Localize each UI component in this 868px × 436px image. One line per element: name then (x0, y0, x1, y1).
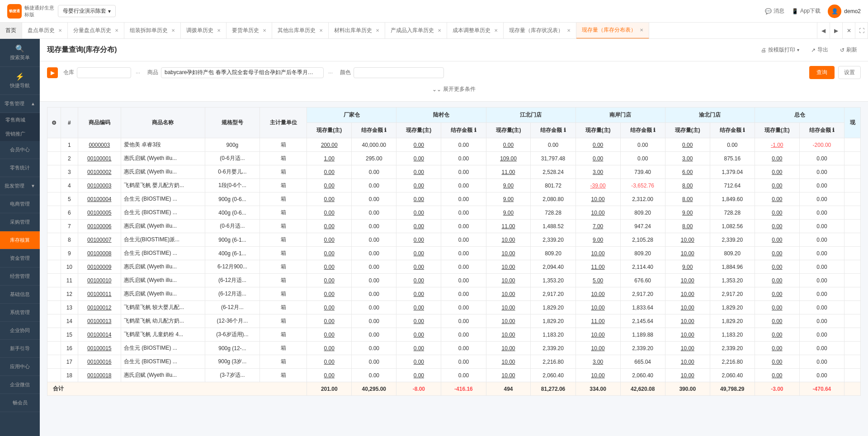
row-yubei-qty[interactable]: 10.00 (665, 233, 710, 247)
row-yubei-qty[interactable]: 9.00 (665, 206, 710, 220)
close-icon[interactable]: ✕ (58, 28, 62, 33)
message-action[interactable]: 💬 消息 (765, 7, 784, 15)
row-lucunco-qty[interactable]: 0.00 (396, 192, 441, 206)
refresh-btn[interactable]: ↺ 刷新 (836, 44, 861, 56)
row-changjiacao-qty[interactable]: 0.00 (307, 287, 352, 301)
row-zongcang-qty[interactable]: 0.00 (755, 206, 799, 220)
product-ellipsis-btn[interactable]: ··· (326, 68, 335, 78)
row-zongcang-qty[interactable]: 0.00 (755, 369, 799, 382)
tab-liaochuku[interactable]: 材料出库单历史 ✕ (329, 23, 385, 39)
tab-zuzhang[interactable]: 组装拆卸单历史 ✕ (124, 23, 181, 39)
tab-chuku[interactable]: 其他出库单历史 ✕ (272, 23, 329, 39)
sidebar-item-guide[interactable]: 新手引导 (0, 340, 40, 358)
row-changjiacao-qty[interactable]: 0.00 (307, 233, 352, 247)
row-code[interactable]: 00100002 (78, 165, 121, 179)
row-yubei-qty[interactable]: 10.00 (665, 274, 710, 287)
tab-yaohuo[interactable]: 要货单历史 ✕ (226, 23, 272, 39)
row-changjiacao-qty[interactable]: 200.00 (307, 138, 352, 152)
close-icon[interactable]: ✕ (376, 28, 379, 33)
row-nanan-qty[interactable]: 10.00 (576, 369, 620, 382)
row-code[interactable]: 00100006 (78, 220, 121, 233)
sidebar-item-basic-info[interactable]: 基础信息 (0, 286, 40, 304)
row-yubei-qty[interactable]: 10.00 (665, 355, 710, 369)
row-code[interactable]: 00100018 (78, 369, 121, 382)
row-zongcang-qty[interactable]: 0.00 (755, 247, 799, 260)
row-lucunco-qty[interactable]: 0.00 (396, 274, 441, 287)
tab-kucun-status[interactable]: 现存量（库存状况表） ✕ (504, 23, 576, 39)
row-code[interactable]: 00100010 (78, 274, 121, 287)
row-changjiacao-qty[interactable]: 0.00 (307, 179, 352, 192)
row-nanan-qty[interactable]: 9.00 (576, 233, 620, 247)
row-zongcang-qty[interactable]: 0.00 (755, 274, 799, 287)
row-jiangbei-qty[interactable]: 9.00 (486, 179, 531, 192)
row-lucunco-qty[interactable]: 0.00 (396, 355, 441, 369)
row-changjiacao-qty[interactable]: 0.00 (307, 247, 352, 260)
row-zongcang-qty[interactable]: 0.00 (755, 260, 799, 274)
row-jiangbei-qty[interactable]: 11.00 (486, 220, 531, 233)
sidebar-item-wechat[interactable]: 企业微信 (0, 376, 40, 394)
row-jiangbei-qty[interactable]: 10.00 (486, 355, 531, 369)
row-nanan-qty[interactable]: 3.00 (576, 355, 620, 369)
close-icon[interactable]: ✕ (319, 28, 323, 33)
row-code[interactable]: 00100015 (78, 342, 121, 355)
close-icon[interactable]: ✕ (263, 28, 266, 33)
row-zongcang-qty[interactable]: 0.00 (755, 328, 799, 342)
sidebar-item-ecommerce[interactable]: 电商管理 (0, 195, 40, 213)
row-yubei-qty[interactable]: 10.00 (665, 328, 710, 342)
row-zongcang-qty[interactable]: 0.00 (755, 355, 799, 369)
close-icon[interactable]: ✕ (640, 28, 643, 33)
row-changjiacao-qty[interactable]: 1.00 (307, 152, 352, 165)
row-yubei-qty[interactable]: 10.00 (665, 301, 710, 314)
row-lucunco-qty[interactable]: 0.00 (396, 342, 441, 355)
row-changjiacao-qty[interactable]: 0.00 (307, 301, 352, 314)
row-code[interactable]: 00100001 (78, 152, 121, 165)
row-yubei-qty[interactable]: 8.00 (665, 220, 710, 233)
close-icon[interactable]: ✕ (217, 28, 221, 33)
row-lucunco-qty[interactable]: 0.00 (396, 138, 441, 152)
sidebar-item-wholesale[interactable]: 批发管理 ▼ (0, 177, 40, 195)
sidebar-item-purchase[interactable]: 采购管理 (0, 213, 40, 231)
row-yubei-qty[interactable]: 10.00 (665, 247, 710, 260)
row-code[interactable]: 00100016 (78, 355, 121, 369)
row-lucunco-qty[interactable]: 0.00 (396, 287, 441, 301)
user-info[interactable]: 👤 demo2 (828, 5, 861, 18)
sidebar-item-apps[interactable]: 应用中心 (0, 358, 40, 376)
row-code[interactable]: 00100009 (78, 260, 121, 274)
row-yubei-qty[interactable]: 10.00 (665, 342, 710, 355)
row-jiangbei-qty[interactable]: 10.00 (486, 287, 531, 301)
row-changjiacao-qty[interactable]: 0.00 (307, 260, 352, 274)
row-zongcang-qty[interactable]: -1.00 (755, 138, 799, 152)
row-lucunco-qty[interactable]: 0.00 (396, 206, 441, 220)
row-code[interactable]: 00100007 (78, 233, 121, 247)
sidebar-item-retail-mall[interactable]: 零售商城 (0, 113, 40, 127)
row-lucunco-qty[interactable]: 0.00 (396, 247, 441, 260)
tab-home[interactable]: 首页 (0, 23, 22, 39)
row-jiangbei-qty[interactable]: 10.00 (486, 328, 531, 342)
close-icon[interactable]: ✕ (171, 28, 175, 33)
row-zongcang-qty[interactable]: 0.00 (755, 192, 799, 206)
row-code[interactable]: 00100004 (78, 192, 121, 206)
warehouse-input[interactable] (77, 67, 131, 78)
warehouse-ellipsis-btn[interactable]: ··· (134, 68, 142, 78)
row-yubei-qty[interactable]: 9.00 (665, 260, 710, 274)
row-jiangbei-qty[interactable]: 10.00 (486, 260, 531, 274)
sidebar-item-marketing[interactable]: 营销推广 (0, 127, 40, 141)
row-jiangbei-qty[interactable]: 10.00 (486, 247, 531, 260)
row-code[interactable]: 00100014 (78, 328, 121, 342)
query-button[interactable]: 查询 (809, 66, 835, 79)
sidebar-item-inventory[interactable]: 库存核算 (0, 231, 40, 249)
row-zongcang-qty[interactable]: 0.00 (755, 220, 799, 233)
close-icon[interactable]: ✕ (494, 28, 498, 33)
row-yubei-qty[interactable]: 0.00 (665, 138, 710, 152)
row-zongcang-qty[interactable]: 0.00 (755, 165, 799, 179)
sidebar-item-member[interactable]: 会员中心 (0, 141, 40, 159)
sidebar-item-retail-stats[interactable]: 零售统计 (0, 159, 40, 177)
row-lucunco-qty[interactable]: 0.00 (396, 328, 441, 342)
row-code[interactable]: 00100005 (78, 206, 121, 220)
row-jiangbei-qty[interactable]: 10.00 (486, 369, 531, 382)
row-code[interactable]: 00100008 (78, 247, 121, 260)
sidebar-item-nav[interactable]: ⚡ 快捷导航 (0, 67, 40, 95)
row-yubei-qty[interactable]: 10.00 (665, 314, 710, 328)
row-changjiacao-qty[interactable]: 0.00 (307, 355, 352, 369)
row-zongcang-qty[interactable]: 0.00 (755, 287, 799, 301)
